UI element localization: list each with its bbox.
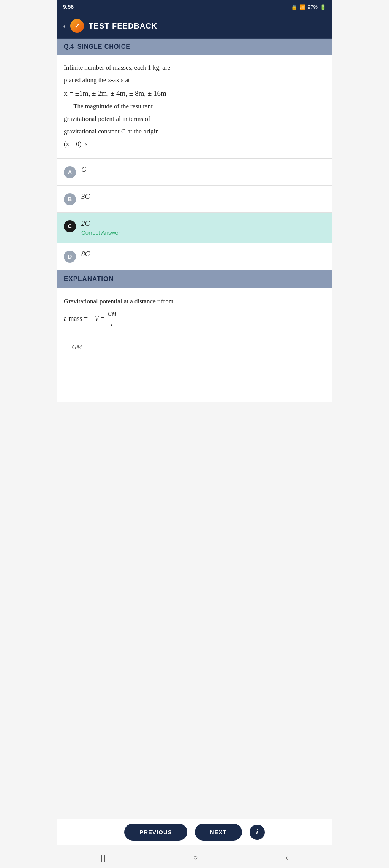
option-b-circle: B — [64, 193, 76, 205]
option-a[interactable]: A G — [57, 159, 332, 186]
question-header: Q.4 SINGLE CHOICE — [57, 39, 332, 55]
header-title: TEST FEEDBACK — [89, 22, 157, 30]
explanation-partial: — GM — [64, 341, 325, 353]
question-math-line: x = ±1m, ± 2m, ± 4m, ± 8m, ± 16m — [64, 87, 325, 100]
option-d[interactable]: D 8G — [57, 243, 332, 270]
explanation-line2-text: a mass = — [64, 315, 88, 322]
explanation-title: EXPLANATION — [64, 275, 114, 282]
option-a-text: G — [81, 165, 87, 174]
status-bar: 9:56 🔒 📶 97% 🔋 — [57, 0, 332, 14]
bottom-nav: PREVIOUS NEXT i — [57, 819, 332, 845]
battery-icon: 🔋 — [320, 4, 326, 10]
options-container: A G B 3G C 2G Correct Answer D 8G — [57, 159, 332, 270]
header-logo: ✓ — [70, 19, 84, 33]
explanation-line1: Gravitational potential at a distance r … — [64, 296, 325, 308]
check-icon: ✓ — [74, 22, 80, 30]
question-line6: gravitational constant G at the origin — [64, 126, 325, 137]
previous-button[interactable]: PREVIOUS — [124, 824, 187, 841]
option-c-circle: C — [64, 220, 76, 232]
question-line4: ..... The magnitude of the resultant — [64, 101, 325, 112]
question-line1: Infinite number of masses, each 1 kg, ar… — [64, 62, 325, 73]
android-home-button[interactable]: ○ — [193, 853, 198, 862]
status-right-icons: 🔒 📶 97% 🔋 — [291, 4, 326, 10]
android-menu-button[interactable]: ||| — [101, 853, 106, 862]
back-button[interactable]: ‹ — [63, 22, 66, 30]
lock-icon: 🔒 — [291, 4, 297, 10]
question-line7: (x = 0) is — [64, 139, 325, 150]
option-b[interactable]: B 3G — [57, 186, 332, 213]
explanation-header: EXPLANATION — [57, 270, 332, 288]
option-b-text: 3G — [81, 192, 90, 201]
option-b-content: 3G — [81, 192, 90, 201]
header: ‹ ✓ TEST FEEDBACK — [57, 14, 332, 39]
option-a-content: G — [81, 165, 87, 174]
option-d-content: 8G — [81, 250, 90, 258]
option-c-text: 2G — [81, 219, 120, 228]
next-button[interactable]: NEXT — [195, 824, 242, 841]
correct-answer-label: Correct Answer — [81, 229, 120, 236]
option-c[interactable]: C 2G Correct Answer — [57, 213, 332, 243]
question-body: Infinite number of masses, each 1 kg, ar… — [57, 55, 332, 159]
question-line2: placed along the x-axis at — [64, 75, 325, 86]
explanation-formula-line: a mass = V = GM r — [64, 309, 325, 330]
android-back-button[interactable]: ‹ — [286, 853, 288, 862]
wifi-icon: 📶 — [299, 4, 305, 10]
explanation-body: Gravitational potential at a distance r … — [57, 288, 332, 402]
android-nav-bar: ||| ○ ‹ — [57, 847, 332, 868]
info-button[interactable]: i — [250, 825, 265, 840]
question-type: SINGLE CHOICE — [77, 43, 130, 50]
question-line5: gravitational potential in terms of — [64, 114, 325, 125]
option-c-content: 2G Correct Answer — [81, 219, 120, 236]
info-icon: i — [256, 828, 258, 836]
battery-text: 97% — [308, 4, 318, 10]
status-time: 9:56 — [63, 4, 74, 10]
option-d-text: 8G — [81, 250, 90, 258]
option-a-circle: A — [64, 166, 76, 178]
option-d-circle: D — [64, 251, 76, 263]
question-number: Q.4 — [64, 43, 74, 50]
